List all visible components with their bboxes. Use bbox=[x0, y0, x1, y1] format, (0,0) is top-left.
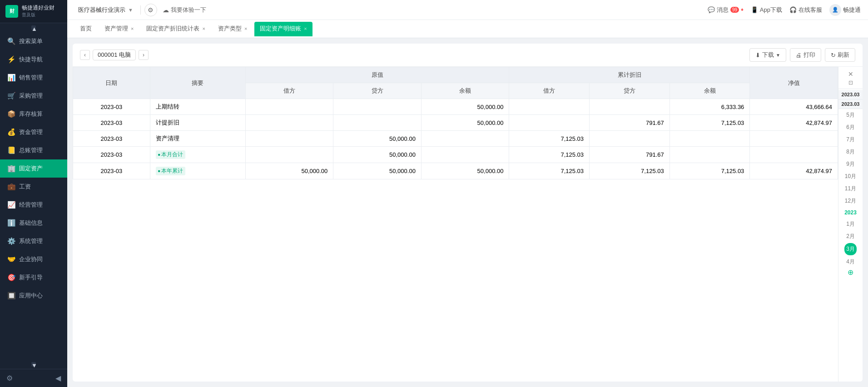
timeline-month-2[interactable]: 2月 bbox=[838, 230, 863, 243]
logo-icon: 财 bbox=[5, 5, 18, 18]
timeline-down-icon[interactable]: ⊕ bbox=[848, 268, 853, 277]
sidebar-item-app-center[interactable]: 🔲 应用中心 bbox=[0, 287, 67, 305]
sidebar-item-ledger[interactable]: 📒 总账管理 bbox=[0, 141, 67, 159]
sidebar-item-label: 工资 bbox=[19, 183, 31, 191]
prev-asset-button[interactable]: ‹ bbox=[80, 50, 90, 60]
summary-tag: 本月合计 bbox=[156, 150, 185, 159]
timeline-month-12[interactable]: 12月 bbox=[838, 195, 863, 207]
timeline-month-7[interactable]: 7月 bbox=[838, 134, 863, 146]
cell-date: 2023-03 bbox=[73, 163, 150, 179]
user-avatar: 👤 bbox=[829, 4, 841, 16]
tab-asset-detail[interactable]: 固定资产明细账 × bbox=[254, 22, 312, 36]
sidebar-item-fixed-assets[interactable]: 🏢 固定资产 bbox=[0, 159, 67, 178]
inventory-icon: 📦 bbox=[7, 110, 15, 118]
print-button[interactable]: 🖨 打印 bbox=[790, 48, 821, 62]
timeline-month-3-active[interactable]: 3月 bbox=[844, 243, 857, 255]
sidebar-item-guide[interactable]: 🎯 新手引导 bbox=[0, 268, 67, 287]
sidebar-item-inventory[interactable]: 📦 库存核算 bbox=[0, 105, 67, 123]
payroll-icon: 💼 bbox=[7, 183, 15, 191]
sidebar-item-collaboration[interactable]: 🤝 企业协同 bbox=[0, 250, 67, 268]
user-profile[interactable]: 👤 畅捷通 bbox=[829, 4, 861, 16]
cell-dep-credit: 791.67 bbox=[590, 147, 670, 163]
sidebar-item-basic-info[interactable]: ℹ️ 基础信息 bbox=[0, 214, 67, 232]
messages-button[interactable]: 💬 消息 99 + bbox=[708, 6, 744, 14]
cell-dep-balance: 7,125.03 bbox=[670, 115, 750, 131]
tab-asset-types[interactable]: 资产类型 × bbox=[213, 22, 253, 36]
orig-debit-header: 借方 bbox=[245, 83, 333, 99]
cell-summary: 本月合计 bbox=[150, 147, 245, 163]
app-download-button[interactable]: 📱 App下载 bbox=[751, 6, 782, 14]
company-settings-button[interactable]: ⚙ bbox=[144, 4, 157, 16]
sidebar-item-label: 搜索菜单 bbox=[19, 37, 43, 45]
sidebar-item-system[interactable]: ⚙️ 系统管理 bbox=[0, 232, 67, 250]
cell-dep-credit: 791.67 bbox=[590, 115, 670, 131]
sidebar-item-sales[interactable]: 📊 销售管理 bbox=[0, 69, 67, 87]
sidebar-settings-icon[interactable]: ⚙ bbox=[6, 374, 13, 382]
sidebar-item-payroll[interactable]: 💼 工资 bbox=[0, 178, 67, 196]
detail-panel: ‹ 000001 电脑 › ⬇ 下载 ▼ 🖨 打印 ↻ bbox=[73, 44, 863, 382]
timeline-month-5[interactable]: 5月 bbox=[838, 109, 863, 121]
sidebar-scroll-down[interactable]: ▼ bbox=[31, 362, 36, 367]
sidebar-item-label: 系统管理 bbox=[19, 237, 43, 245]
company-selector[interactable]: 医疗器械行业演示 ▼ bbox=[74, 4, 137, 16]
content-area: ‹ 000001 电脑 › ⬇ 下载 ▼ 🖨 打印 ↻ bbox=[67, 38, 868, 387]
message-icon: 💬 bbox=[708, 6, 715, 13]
timeline-month-1[interactable]: 1月 bbox=[838, 218, 863, 230]
timeline-panel: ✕ ⊡ 2023.03 2023.03 5月 6月 7月 8月 9月 10月 1… bbox=[838, 67, 863, 382]
tab-asset-types-close[interactable]: × bbox=[244, 26, 247, 31]
sidebar-item-purchase[interactable]: 🛒 采购管理 bbox=[0, 87, 67, 105]
sidebar-item-label: 销售管理 bbox=[19, 74, 43, 82]
timeline-header2: 2023.03 bbox=[838, 99, 863, 109]
tab-asset-detail-close[interactable]: × bbox=[304, 26, 307, 31]
sidebar-item-label: 资金管理 bbox=[19, 128, 43, 136]
sidebar-item-label: 库存核算 bbox=[19, 110, 43, 118]
tab-asset-mgmt[interactable]: 资产管理 × bbox=[99, 22, 139, 36]
timeline-month-8[interactable]: 8月 bbox=[838, 146, 863, 158]
dep-credit-header: 贷方 bbox=[590, 83, 670, 99]
timeline-expand-button[interactable]: ⊡ bbox=[848, 79, 854, 87]
timeline-year-2023[interactable]: 2023 bbox=[838, 207, 863, 218]
cell-orig-balance: 50,000.00 bbox=[421, 99, 509, 115]
timeline-month-6[interactable]: 6月 bbox=[838, 121, 863, 134]
username: 畅捷通 bbox=[843, 6, 861, 14]
next-asset-button[interactable]: › bbox=[139, 50, 149, 60]
col-net-value-header: 净值 bbox=[750, 67, 838, 99]
tab-home-label: 首页 bbox=[80, 25, 92, 33]
experience-button[interactable]: ☁ 我要体验一下 bbox=[163, 6, 206, 14]
download-chevron: ▼ bbox=[776, 53, 780, 58]
sidebar-item-funds[interactable]: 💰 资金管理 bbox=[0, 123, 67, 141]
timeline-month-10[interactable]: 10月 bbox=[838, 170, 863, 183]
tab-depreciation-stats[interactable]: 固定资产折旧统计表 × bbox=[141, 22, 210, 36]
sidebar-item-quick-nav[interactable]: ⚡ 快捷导航 bbox=[0, 50, 67, 69]
timeline-close-button[interactable]: ✕ bbox=[847, 69, 854, 79]
col-original-value-header: 原值 bbox=[245, 67, 509, 83]
tab-home[interactable]: 首页 bbox=[74, 22, 97, 36]
timeline-month-4[interactable]: 4月 bbox=[838, 256, 863, 268]
timeline-month-9[interactable]: 9月 bbox=[838, 158, 863, 170]
sidebar-nav: 🔍 搜索菜单 ⚡ 快捷导航 📊 销售管理 🛒 采购管理 📦 库存核算 💰 资金管… bbox=[0, 32, 67, 360]
panel-actions: ⬇ 下载 ▼ 🖨 打印 ↻ 刷新 bbox=[749, 48, 855, 62]
cell-orig-debit bbox=[245, 115, 333, 131]
sidebar-item-label: 固定资产 bbox=[19, 164, 43, 173]
refresh-button[interactable]: ↻ 刷新 bbox=[825, 48, 855, 62]
cell-orig-debit bbox=[245, 99, 333, 115]
cell-dep-balance: 7,125.03 bbox=[670, 163, 750, 179]
sidebar-item-operations[interactable]: 📈 经营管理 bbox=[0, 196, 67, 214]
sidebar-item-search[interactable]: 🔍 搜索菜单 bbox=[0, 32, 67, 50]
customer-service-button[interactable]: 🎧 在线客服 bbox=[789, 6, 822, 14]
table-row: 2023-03本月合计50,000.007,125.03791.67 bbox=[73, 147, 838, 163]
tab-asset-mgmt-label: 资产管理 bbox=[104, 25, 128, 33]
timeline-month-11[interactable]: 11月 bbox=[838, 183, 863, 195]
tab-depreciation-close[interactable]: × bbox=[202, 26, 205, 31]
tab-depreciation-label: 固定资产折旧统计表 bbox=[146, 25, 199, 33]
cell-date: 2023-03 bbox=[73, 147, 150, 163]
sidebar-collapse-icon[interactable]: ◀ bbox=[55, 374, 61, 382]
sidebar-item-label: 经营管理 bbox=[19, 201, 43, 209]
cell-date: 2023-03 bbox=[73, 131, 150, 147]
sidebar-scroll-up[interactable]: ▲ bbox=[31, 25, 36, 30]
customer-service-icon: 🎧 bbox=[789, 6, 797, 13]
dep-balance-header: 余额 bbox=[670, 83, 750, 99]
sidebar-logo: 财 畅捷通好业财 普及版 bbox=[0, 0, 67, 23]
download-button[interactable]: ⬇ 下载 ▼ bbox=[749, 48, 786, 62]
tab-asset-mgmt-close[interactable]: × bbox=[131, 26, 134, 31]
